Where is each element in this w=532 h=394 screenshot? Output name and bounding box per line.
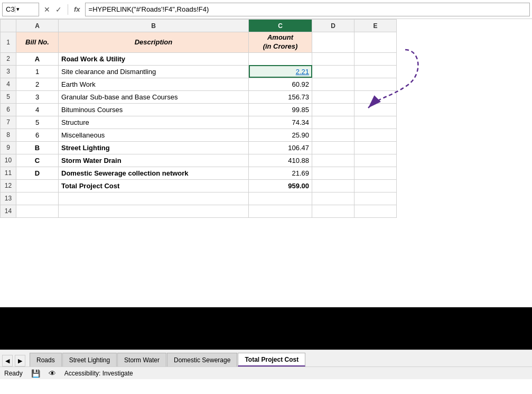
tab-domestic-sewerage[interactable]: Domestic Sewerage	[167, 353, 237, 366]
cell-e14[interactable]	[354, 205, 397, 217]
cell-d1[interactable]	[312, 32, 354, 53]
col-header-b[interactable]: B	[59, 20, 249, 32]
cell-c5[interactable]: 156.73	[249, 90, 312, 103]
confirm-formula-icon[interactable]: ✓	[54, 5, 63, 14]
cell-a1[interactable]: Bill No.	[16, 32, 59, 53]
cell-d7[interactable]	[312, 116, 354, 129]
cell-a11[interactable]: D	[16, 167, 59, 179]
ready-status: Ready	[4, 370, 23, 377]
table-row: 6 4 Bituminous Courses 99.85	[1, 103, 397, 116]
cell-a2[interactable]: A	[16, 52, 59, 65]
cell-ref-dropdown[interactable]: ▾	[15, 6, 21, 13]
cell-c14[interactable]	[249, 205, 312, 217]
cell-c12[interactable]: 959.00	[249, 179, 312, 192]
cell-d4[interactable]	[312, 78, 354, 90]
cell-c13[interactable]	[249, 192, 312, 205]
cell-e8[interactable]	[354, 129, 397, 141]
cell-a10[interactable]: C	[16, 154, 59, 167]
row-num-5: 5	[1, 90, 16, 103]
cell-a13[interactable]	[16, 192, 59, 205]
cell-c1[interactable]: Amount (in Crores)	[249, 32, 312, 53]
cell-a4[interactable]: 2	[16, 78, 59, 90]
tab-street-lighting[interactable]: Street Lighting	[62, 353, 117, 366]
cell-e7[interactable]	[354, 116, 397, 129]
cell-b1[interactable]: Description	[59, 32, 249, 53]
tab-navigation: ◀ ▶	[2, 355, 25, 366]
save-status-icon[interactable]: 💾	[31, 369, 40, 378]
cell-b13[interactable]	[59, 192, 249, 205]
cell-d2[interactable]	[312, 52, 354, 65]
cell-e13[interactable]	[354, 192, 397, 205]
spreadsheet-grid: A B C D E 1 Bill No. Description Amount …	[0, 19, 397, 218]
cell-e11[interactable]	[354, 167, 397, 179]
cell-e3[interactable]	[354, 65, 397, 78]
cell-e1[interactable]	[354, 32, 397, 53]
cell-a14[interactable]	[16, 205, 59, 217]
cell-e6[interactable]	[354, 103, 397, 116]
row-num-12: 12	[1, 179, 16, 192]
tab-roads[interactable]: Roads	[30, 353, 62, 366]
cell-c11[interactable]: 21.69	[249, 167, 312, 179]
cell-d8[interactable]	[312, 129, 354, 141]
cell-a7[interactable]: 5	[16, 116, 59, 129]
cell-d11[interactable]	[312, 167, 354, 179]
grid-wrapper[interactable]: A B C D E 1 Bill No. Description Amount …	[0, 19, 532, 307]
tab-nav-right[interactable]: ▶	[15, 355, 25, 366]
cell-b9[interactable]: Street Lighting	[59, 141, 249, 154]
col-header-a[interactable]: A	[16, 20, 59, 32]
cell-a6[interactable]: 4	[16, 103, 59, 116]
cell-a12[interactable]	[16, 179, 59, 192]
cancel-formula-icon[interactable]: ✕	[42, 5, 52, 14]
cell-d10[interactable]	[312, 154, 354, 167]
accessibility-icon[interactable]: 👁	[49, 369, 56, 378]
cell-c3[interactable]: 2.21	[249, 65, 312, 78]
cell-e2[interactable]	[354, 52, 397, 65]
cell-d12[interactable]	[312, 179, 354, 192]
cell-e5[interactable]	[354, 90, 397, 103]
cell-b4[interactable]: Earth Work	[59, 78, 249, 90]
col-header-e[interactable]: E	[354, 20, 397, 32]
cell-b10[interactable]: Storm Water Drain	[59, 154, 249, 167]
fx-icon[interactable]: fx	[72, 5, 82, 13]
cell-a3[interactable]: 1	[16, 65, 59, 78]
cell-d6[interactable]	[312, 103, 354, 116]
cell-b3[interactable]: Site clearance and Dismantling	[59, 65, 249, 78]
cell-a8[interactable]: 6	[16, 129, 59, 141]
cell-e4[interactable]	[354, 78, 397, 90]
cell-e12[interactable]	[354, 179, 397, 192]
cell-a9[interactable]: B	[16, 141, 59, 154]
col-header-d[interactable]: D	[312, 20, 354, 32]
tab-total-project-cost[interactable]: Total Project Cost	[238, 353, 305, 366]
cell-d5[interactable]	[312, 90, 354, 103]
cell-reference-box[interactable]: C3 ▾	[2, 3, 39, 16]
cell-b14[interactable]	[59, 205, 249, 217]
cell-c6[interactable]: 99.85	[249, 103, 312, 116]
cell-c2[interactable]	[249, 52, 312, 65]
tab-nav-left[interactable]: ◀	[2, 355, 13, 366]
cell-b11[interactable]: Domestic Sewerage collection network	[59, 167, 249, 179]
cell-c9[interactable]: 106.47	[249, 141, 312, 154]
cell-c8[interactable]: 25.90	[249, 129, 312, 141]
cell-b6[interactable]: Bituminous Courses	[59, 103, 249, 116]
cell-b2[interactable]: Road Work & Utility	[59, 52, 249, 65]
cell-b5[interactable]: Granular Sub-base and Base Courses	[59, 90, 249, 103]
cell-e9[interactable]	[354, 141, 397, 154]
cell-d13[interactable]	[312, 192, 354, 205]
row-num-3: 3	[1, 65, 16, 78]
cell-c10[interactable]: 410.88	[249, 154, 312, 167]
cell-c4[interactable]: 60.92	[249, 78, 312, 90]
formula-input[interactable]	[85, 3, 530, 16]
cell-d14[interactable]	[312, 205, 354, 217]
cell-b12[interactable]: Total Project Cost	[59, 179, 249, 192]
cell-b8[interactable]: Miscellaneous	[59, 129, 249, 141]
row-num-6: 6	[1, 103, 16, 116]
cell-a5[interactable]: 3	[16, 90, 59, 103]
col-header-c[interactable]: C	[249, 20, 312, 32]
cell-c7[interactable]: 74.34	[249, 116, 312, 129]
cell-b7[interactable]: Structure	[59, 116, 249, 129]
cell-d9[interactable]	[312, 141, 354, 154]
tab-storm-water[interactable]: Storm Water	[117, 353, 166, 366]
cell-d3[interactable]	[312, 65, 354, 78]
cell-e10[interactable]	[354, 154, 397, 167]
table-row: 8 6 Miscellaneous 25.90	[1, 129, 397, 141]
